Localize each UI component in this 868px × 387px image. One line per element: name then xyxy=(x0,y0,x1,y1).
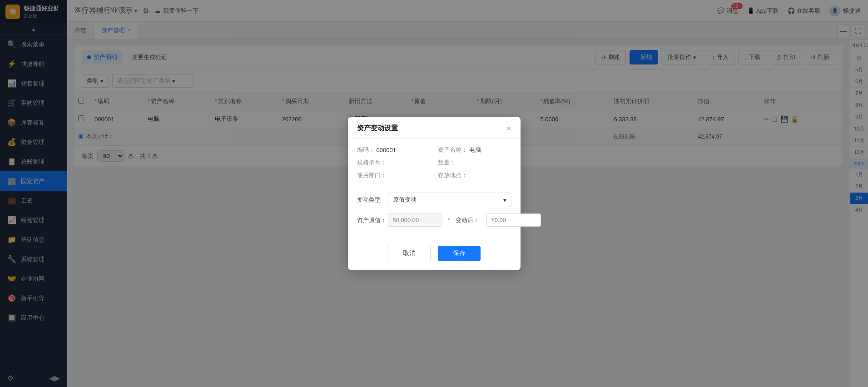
dialog-dept-label: 使用部门： xyxy=(357,171,387,179)
dialog-location-row: 存放地点： xyxy=(438,171,511,179)
dialog-location-label: 存放地点： xyxy=(438,171,467,179)
chevron-down-icon: ▾ xyxy=(503,197,506,203)
dialog-footer: 取消 保存 xyxy=(348,240,521,270)
dialog-close-btn[interactable]: × xyxy=(506,124,511,133)
dialog-overlay[interactable]: 资产变动设置 × 编码： 000001 资产名称： 电脑 规格型号： 数量： xyxy=(0,0,868,387)
save-button[interactable]: 保存 xyxy=(438,246,481,261)
dialog-code-row: 编码： 000001 xyxy=(357,146,431,154)
dialog-code-value: 000001 xyxy=(377,147,396,154)
dialog-title: 资产变动设置 xyxy=(357,124,398,133)
dialog-spec-label: 规格型号： xyxy=(357,159,387,167)
dialog-change-type-label: 变动类型 xyxy=(357,196,384,204)
dialog-spec-row: 规格型号： xyxy=(357,159,431,167)
change-type-select[interactable]: 原值变动 ▾ xyxy=(388,193,511,207)
after-change-input[interactable] xyxy=(486,213,541,227)
dialog-body: 编码： 000001 资产名称： 电脑 规格型号： 数量： 使用部门： xyxy=(348,139,521,240)
dialog-after-change-label: 变动后： xyxy=(456,216,483,224)
dialog-original-value-label: 资产原值： xyxy=(357,216,384,224)
dialog-change-type-field: 变动类型 原值变动 ▾ xyxy=(357,193,511,207)
asset-change-dialog: 资产变动设置 × 编码： 000001 资产名称： 电脑 规格型号： 数量： xyxy=(348,117,521,270)
cancel-button[interactable]: 取消 xyxy=(388,246,431,261)
dialog-code-label: 编码： xyxy=(357,146,375,154)
dialog-divider xyxy=(357,187,511,187)
original-value-input xyxy=(388,213,442,227)
dialog-name-label: 资产名称： xyxy=(438,146,467,154)
dialog-value-field: 资产原值： * 变动后： xyxy=(357,213,511,227)
dialog-name-row: 资产名称： 电脑 xyxy=(438,146,511,154)
dialog-header: 资产变动设置 × xyxy=(348,117,521,139)
dialog-quantity-label: 数量： xyxy=(438,159,456,167)
change-type-value: 原值变动 xyxy=(393,196,417,204)
dialog-quantity-row: 数量： xyxy=(438,159,511,167)
dialog-name-value: 电脑 xyxy=(469,146,481,154)
dialog-dept-row: 使用部门： xyxy=(357,171,431,179)
dialog-info-grid: 编码： 000001 资产名称： 电脑 规格型号： 数量： 使用部门： xyxy=(357,146,511,179)
